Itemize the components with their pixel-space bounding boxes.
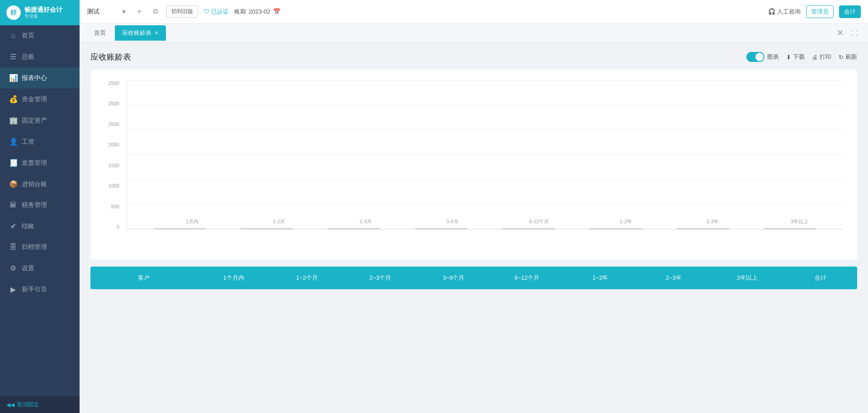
consult-button[interactable]: 🎧 人工咨询 (768, 8, 801, 16)
logo-sub: 专业版 (24, 13, 62, 19)
sidebar-pin-button[interactable]: ◀◀ 取消固定 (0, 396, 80, 413)
old-version-button[interactable]: 切到旧版 (166, 5, 198, 18)
sidebar-nav: ⌂ 首页 ☰ 总账 📊 报表中心 💰 资金管理 🏢 固定资产 👤 工资 🧾 发票… (0, 25, 80, 396)
pin-arrow-icon: ◀◀ (6, 402, 14, 408)
y-label-1: 2500 (108, 101, 119, 106)
col-total: 合计 (784, 267, 857, 289)
col-12m: 1~2个月 (270, 267, 344, 289)
company-dropdown-icon[interactable]: ▾ (119, 7, 128, 16)
sidebar-item-assets[interactable]: 🏢 固定资产 (0, 110, 80, 131)
period-value: 2023-02 (249, 8, 270, 15)
print-button[interactable]: 🖨 打印 (812, 53, 831, 61)
sidebar-item-invoice[interactable]: 🧾 发票管理 (0, 152, 80, 174)
tab-close-icon[interactable]: ✕ (154, 30, 159, 36)
col-612m: 6~12个月 (491, 267, 564, 289)
download-button[interactable]: ⬇ 下载 (786, 53, 805, 61)
accountant-button[interactable]: 会计 (839, 5, 861, 18)
sidebar-item-funds[interactable]: 💰 资金管理 (0, 89, 80, 110)
tab-ar-aging[interactable]: 应收账龄表 ✕ (115, 25, 166, 41)
headset-icon: 🎧 (768, 8, 775, 15)
calendar-icon[interactable]: 📅 (273, 8, 280, 15)
chart-toggle[interactable] (746, 52, 764, 62)
sidebar-label-reports: 报表中心 (22, 74, 47, 82)
y-label-3: 2000 (108, 142, 119, 147)
sidebar-label-assets: 固定资产 (22, 117, 47, 125)
sidebar-label-invoice: 发票管理 (22, 159, 47, 167)
print-icon: 🖨 (812, 54, 818, 61)
col-23y: 2~3年 (637, 267, 710, 289)
download-label: 下载 (793, 53, 805, 61)
col-36m: 3~6个月 (417, 267, 490, 289)
funds-icon: 💰 (9, 95, 17, 103)
y-label-7: 0 (117, 224, 119, 230)
logo-icon: 好 (6, 5, 21, 20)
tax-icon: 🏛 (9, 201, 17, 209)
table-header: 客户 1个月内 1~2个月 2~3个月 3~6个月 6~12个月 1~2年 2~… (90, 267, 857, 289)
chart-plot-area: 1月内 1-2月 2-3月 3-6月 6-12个月 1-2年 2-3年 3年以上 (127, 80, 843, 230)
tabbar: 首页 应收账龄表 ✕ ✕ ⛶ (80, 23, 868, 42)
sidebar-logo: 好 畅捷通好会计 专业版 (0, 0, 80, 25)
payroll-icon: 👤 (9, 137, 17, 146)
refresh-label: 刷新 (845, 53, 857, 61)
certified-label: 已认证 (211, 8, 229, 16)
sidebar-label-home: 首页 (22, 32, 34, 40)
sidebar-label-inventory: 进销台账 (22, 180, 47, 188)
chart-inner: 2500 2500 2500 2000 1500 1000 500 0 (105, 80, 843, 243)
x-label-23y: 2-3年 (669, 216, 756, 229)
expand-panel-button[interactable]: ⛶ (848, 27, 861, 39)
manager-button[interactable]: 管理员 (806, 5, 834, 18)
logo-text-wrap: 畅捷通好会计 专业版 (24, 6, 62, 20)
chart-toggle-label: 图表 (767, 53, 779, 61)
content-area: 应收账龄表 图表 ⬇ 下载 🖨 打印 ↻ 刷新 (80, 42, 868, 413)
certified-badge: 🛡 已认证 (203, 8, 229, 16)
sidebar-label-payroll: 工资 (22, 138, 34, 146)
invoice-icon: 🧾 (9, 159, 17, 167)
sidebar-item-reports[interactable]: 📊 报表中心 (0, 67, 80, 89)
chart-container: 2500 2500 2500 2000 1500 1000 500 0 (90, 70, 857, 259)
sidebar-item-guide[interactable]: ▶ 新手引导 (0, 279, 80, 300)
refresh-icon: ↻ (839, 54, 844, 61)
closing-icon: ✔ (9, 222, 17, 230)
sidebar-item-archive[interactable]: 🗄 归档管理 (0, 237, 80, 258)
ledger-icon: ☰ (9, 52, 17, 61)
reports-icon: 📊 (9, 74, 17, 82)
archive-icon: 🗄 (9, 243, 17, 251)
add-button[interactable]: + (134, 6, 145, 17)
sidebar-item-home[interactable]: ⌂ 首页 (0, 25, 80, 46)
sidebar-item-tax[interactable]: 🏛 税务管理 (0, 195, 80, 216)
main-area: 测试 ▾ + ⚙ 切到旧版 🛡 已认证 账期 2023-02 📅 🎧 人工咨询 … (80, 0, 868, 413)
print-label: 打印 (820, 53, 831, 61)
tab-home[interactable]: 首页 (87, 25, 113, 41)
refresh-button[interactable]: ↻ 刷新 (839, 53, 857, 61)
sidebar-label-closing: 结账 (22, 222, 34, 230)
y-label-2: 2500 (108, 122, 119, 127)
page-title: 应收账龄表 (90, 52, 131, 62)
home-icon: ⌂ (9, 32, 17, 40)
sidebar-item-settings[interactable]: ⚙ 设置 (0, 258, 80, 279)
assets-icon: 🏢 (9, 116, 17, 125)
inventory-icon: 📦 (9, 180, 17, 188)
col-1m: 1个月内 (197, 267, 270, 289)
chart-bars (127, 80, 843, 229)
ar-aging-table: 客户 1个月内 1~2个月 2~3个月 3~6个月 6~12个月 1~2年 2~… (90, 267, 857, 289)
sidebar-item-inventory[interactable]: 📦 进销台账 (0, 174, 80, 195)
company-name: 测试 (87, 8, 114, 16)
settings-icon: ⚙ (9, 264, 17, 272)
col-3yplus: 3年以上 (710, 267, 783, 289)
sidebar-item-closing[interactable]: ✔ 结账 (0, 216, 80, 237)
x-label-12m: 1-2月 (236, 216, 322, 229)
col-23m: 2~3个月 (344, 267, 417, 289)
shield-icon: 🛡 (203, 8, 209, 15)
sidebar: 好 畅捷通好会计 专业版 ⌂ 首页 ☰ 总账 📊 报表中心 💰 资金管理 🏢 固… (0, 0, 80, 413)
chart-y-axis: 2500 2500 2500 2000 1500 1000 500 0 (105, 80, 123, 230)
logo-name: 畅捷通好会计 (24, 6, 62, 14)
sidebar-label-tax: 税务管理 (22, 201, 47, 209)
settings-gear-icon[interactable]: ⚙ (150, 6, 161, 17)
y-label-5: 1000 (108, 183, 119, 188)
sidebar-item-ledger[interactable]: ☰ 总账 (0, 46, 80, 67)
close-panel-button[interactable]: ✕ (834, 27, 846, 39)
download-icon: ⬇ (786, 54, 791, 61)
x-label-23m: 2-3月 (322, 216, 409, 229)
consult-label: 人工咨询 (777, 8, 801, 16)
sidebar-item-payroll[interactable]: 👤 工资 (0, 131, 80, 152)
